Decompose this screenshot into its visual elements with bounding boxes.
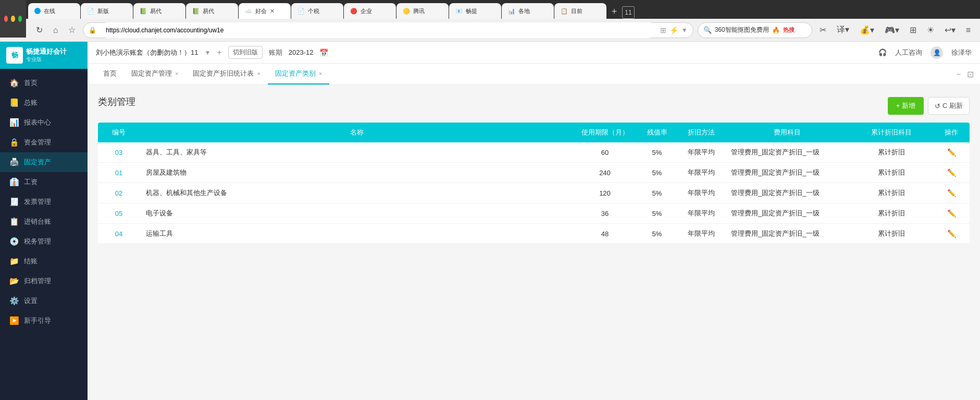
cell-months-3: 36 bbox=[574, 203, 636, 224]
hot-text: 热搜 bbox=[783, 26, 795, 34]
search-icon: 🔍 bbox=[703, 26, 712, 34]
sidebar-logo: 畅 畅捷通好会计 专业版 bbox=[0, 42, 88, 69]
tab-homepage[interactable]: 首页 bbox=[96, 64, 124, 84]
minimize-content-button[interactable]: － bbox=[954, 69, 963, 80]
tab-tengxun[interactable]: 🟡 腾讯 bbox=[396, 3, 449, 19]
cell-action-2[interactable]: ✏️ bbox=[933, 183, 970, 203]
logo-title: 畅捷通好会计 bbox=[26, 47, 67, 56]
sidebar-item-ledger[interactable]: 📒 总账 bbox=[0, 93, 88, 113]
tab-geshui[interactable]: 📄 个税 bbox=[291, 3, 343, 19]
tab-close-fixed-assets-manage[interactable]: × bbox=[175, 70, 178, 77]
tab-close-asset-category[interactable]: × bbox=[319, 70, 322, 77]
switch-to-old-button[interactable]: 切到旧版 bbox=[228, 46, 263, 59]
expand-content-button[interactable]: ⊡ bbox=[967, 69, 974, 80]
sidebar-item-funds[interactable]: 🔒 资金管理 bbox=[0, 132, 88, 152]
sidebar-item-reports-label: 报表中心 bbox=[24, 118, 51, 127]
account-dropdown-icon[interactable]: ▼ bbox=[204, 49, 210, 56]
edit-icon-3[interactable]: ✏️ bbox=[947, 209, 956, 217]
content-header-right: + 新增 ↺ C 刷新 bbox=[888, 97, 970, 115]
sidebar-item-home-label: 首页 bbox=[24, 78, 38, 88]
home-icon: 🏠 bbox=[9, 78, 19, 88]
boost-icon[interactable]: ⚡ bbox=[669, 26, 678, 34]
add-account-button[interactable]: + bbox=[217, 48, 221, 57]
sidebar-item-guide-label: 新手引导 bbox=[24, 316, 51, 325]
tab-depreciation-table[interactable]: 固定资产折旧统计表 × bbox=[185, 64, 267, 84]
cell-accumulated-4: 累计折旧 bbox=[850, 224, 933, 244]
tab-gedi[interactable]: 📊 各地 bbox=[502, 3, 554, 19]
menu-button[interactable]: ≡ bbox=[963, 23, 974, 37]
tab-fixed-assets-manage[interactable]: 固定资产管理 × bbox=[124, 64, 185, 84]
cell-action-3[interactable]: ✏️ bbox=[933, 203, 970, 224]
translate-button[interactable]: 译▾ bbox=[834, 22, 852, 38]
cell-expense-4: 管理费用_固定资产折旧_一级 bbox=[725, 224, 850, 244]
sidebar-item-invoice[interactable]: 🧾 发票管理 bbox=[0, 192, 88, 212]
cell-method-3: 年限平均 bbox=[678, 203, 725, 224]
sidebar-item-reports[interactable]: 📊 报表中心 bbox=[0, 113, 88, 132]
bookmark-button[interactable]: ☆ bbox=[65, 23, 79, 37]
sidebar-item-tax[interactable]: 💿 税务管理 bbox=[0, 232, 88, 251]
tab-close-haohui[interactable]: ✕ bbox=[270, 8, 275, 15]
tab-haohui[interactable]: ☁️ 好会 ✕ bbox=[239, 3, 291, 19]
grid-button[interactable]: ⊞ bbox=[907, 23, 920, 37]
cell-expense-0: 管理费用_固定资产折旧_一级 bbox=[725, 142, 850, 163]
sidebar-item-home[interactable]: 🏠 首页 bbox=[0, 73, 88, 93]
tab-muqian[interactable]: 📋 目前 bbox=[554, 3, 606, 19]
sidebar-item-settings[interactable]: ⚙️ 设置 bbox=[0, 291, 88, 311]
cell-residual-0: 5% bbox=[636, 142, 678, 163]
refresh-icon: ↺ bbox=[935, 102, 940, 110]
edit-icon-1[interactable]: ✏️ bbox=[947, 168, 956, 177]
cell-name-0: 器具、工具、家具等 bbox=[140, 142, 574, 163]
sidebar-item-close-accounts[interactable]: 📁 结账 bbox=[0, 251, 88, 271]
main-content: 类别管理 + 新增 ↺ C 刷新 编号 名称 使用期限（月） 残值率 bbox=[88, 85, 980, 400]
sidebar-item-salary[interactable]: 👔 工资 bbox=[0, 172, 88, 192]
col-name: 名称 bbox=[140, 123, 574, 142]
cell-method-1: 年限平均 bbox=[678, 163, 725, 183]
cell-months-0: 60 bbox=[574, 142, 636, 163]
cell-id-4: 04 bbox=[98, 224, 140, 244]
period-label: 账期 bbox=[269, 48, 282, 57]
tab-close-depreciation-table[interactable]: × bbox=[257, 70, 260, 77]
cell-action-1[interactable]: ✏️ bbox=[933, 163, 970, 183]
scissors-button[interactable]: ✂ bbox=[816, 23, 829, 37]
edit-icon-2[interactable]: ✏️ bbox=[947, 189, 956, 197]
support-icon: 🎧 bbox=[878, 49, 887, 56]
site-info-icon[interactable]: ⊞ bbox=[660, 26, 666, 34]
page-title: 类别管理 bbox=[98, 95, 135, 108]
tax-icon: 💿 bbox=[9, 237, 19, 246]
tab-changti[interactable]: 📧 畅提 bbox=[449, 3, 501, 19]
tab-qiye[interactable]: 🔴 企业 bbox=[344, 3, 396, 19]
period-value: 2023-12 bbox=[289, 49, 314, 56]
sidebar-item-fixed-assets[interactable]: 🖨️ 固定资产 bbox=[0, 152, 88, 172]
sidebar-item-purchase[interactable]: 📋 进销台账 bbox=[0, 212, 88, 232]
tab-yidai2[interactable]: 📗 易代 bbox=[186, 3, 238, 19]
dropdown-icon[interactable]: ▼ bbox=[681, 27, 688, 34]
table-row: 02 机器、机械和其他生产设备 120 5% 年限平均 管理费用_固定资产折旧_… bbox=[98, 183, 970, 203]
home-button[interactable]: ⌂ bbox=[50, 23, 61, 37]
undo-button[interactable]: ↩▾ bbox=[941, 23, 959, 37]
cell-residual-3: 5% bbox=[636, 203, 678, 224]
cell-action-0[interactable]: ✏️ bbox=[933, 142, 970, 163]
calendar-icon[interactable]: 📅 bbox=[319, 49, 328, 57]
sidebar-item-guide[interactable]: ▶️ 新手引导 bbox=[0, 311, 88, 331]
games-button[interactable]: 🎮▾ bbox=[882, 23, 902, 37]
tab-count-badge[interactable]: 11 bbox=[622, 6, 635, 19]
settings-icon: ⚙️ bbox=[9, 296, 19, 306]
sidebar-item-ledger-label: 总账 bbox=[24, 98, 38, 107]
tab-yidai1[interactable]: 📗 易代 bbox=[133, 3, 185, 19]
new-tab-button[interactable]: + bbox=[607, 4, 622, 19]
tab-asset-category[interactable]: 固定资产类别 × bbox=[268, 64, 329, 84]
sidebar-item-archive[interactable]: 📂 归档管理 bbox=[0, 271, 88, 291]
support-label[interactable]: 人工咨询 bbox=[895, 48, 922, 57]
edit-icon-4[interactable]: ✏️ bbox=[947, 229, 956, 238]
wallet-button[interactable]: 💰▾ bbox=[857, 23, 877, 37]
new-button[interactable]: + 新增 bbox=[888, 97, 924, 115]
cell-action-4[interactable]: ✏️ bbox=[933, 224, 970, 244]
refresh-button[interactable]: ↺ C 刷新 bbox=[928, 97, 970, 115]
tab-zaixian[interactable]: 在线 bbox=[28, 3, 80, 19]
col-residual: 残值率 bbox=[636, 123, 678, 142]
edit-icon-0[interactable]: ✏️ bbox=[947, 148, 956, 156]
address-input[interactable] bbox=[100, 22, 656, 38]
sun-button[interactable]: ☀ bbox=[924, 23, 937, 37]
tab-xinban[interactable]: 📄 新版 bbox=[81, 3, 133, 19]
reload-button[interactable]: ↻ bbox=[33, 23, 46, 37]
